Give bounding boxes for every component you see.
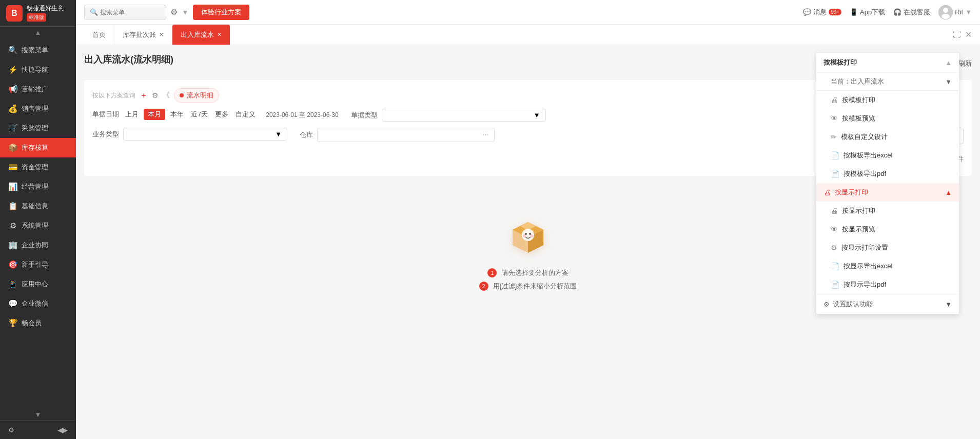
search-input[interactable] [100, 9, 161, 16]
dropdown-item-display-print-settings[interactable]: ⚙ 按显示打印设置 [816, 238, 959, 257]
tabs-right: ⛶ ✕ [953, 30, 972, 39]
tab-maximize-btn[interactable]: ⛶ [953, 30, 961, 39]
sidebar-nav: 🔍 搜索菜单 ⚡ 快捷导航 📢 营销推广 💰 销售管理 🛒 采购管理 📦 库存核… [0, 38, 76, 409]
dropdown-item-template-custom[interactable]: ✏ 模板自定义设计 [816, 128, 959, 146]
date-opt-current-year[interactable]: 本年 [168, 109, 186, 120]
sidebar-item-basic-info[interactable]: 📋 基础信息 [0, 196, 76, 216]
app-download-icon: 📱 [850, 8, 858, 16]
company-name: 畅捷通好生意 [27, 5, 64, 13]
dropdown-group2-title: 按显示打印 [835, 188, 868, 197]
sidebar-item-sales[interactable]: 💰 销售管理 [0, 99, 76, 118]
newbie-icon: 🎯 [8, 260, 17, 269]
dropdown-group2-header[interactable]: 🖨 按显示打印 ▲ [816, 183, 959, 202]
date-opt-more[interactable]: 更多 [213, 109, 230, 120]
sidebar-scroll-down[interactable]: ▼ [0, 409, 76, 421]
dropdown-item-template-preview[interactable]: 👁 按模板预览 [816, 109, 959, 128]
filter-warehouse-item: 仓库 ··· [300, 128, 495, 142]
sidebar-item-finance[interactable]: 💳 资金管理 [0, 157, 76, 177]
date-range-text: 2023-06-01 至 2023-06-30 [266, 111, 338, 119]
dropdown-item-template-print[interactable]: 🖨 按模板打印 [816, 91, 959, 109]
sidebar-item-operation[interactable]: 📊 经营管理 [0, 177, 76, 196]
svg-point-11 [530, 234, 533, 237]
topbar-search-icon: 🔍 [90, 8, 98, 16]
filter-business-type-item: 业务类型 ▼ [92, 128, 287, 141]
date-opt-last-month[interactable]: 上月 [123, 109, 141, 120]
topbar: 🔍 ⚙ ▼ 体验行业方案 💬 消息 99+ 📱 App下载 🎧 在线客服 [76, 0, 980, 25]
dropdown-item-display-preview[interactable]: 👁 按显示预览 [816, 220, 959, 238]
date-options: 上月 本月 本年 近7天 更多 自定义 [123, 109, 258, 120]
dp-item-label: 按模板导出excel [844, 151, 892, 160]
sidebar-item-label: 基础信息 [22, 202, 48, 211]
date-opt-current-month[interactable]: 本月 [144, 109, 165, 120]
user-avatar-area[interactable]: Rit ▼ [938, 5, 972, 19]
filter-collapse-button[interactable]: 《 [163, 91, 170, 100]
tab-inout-flow-close[interactable]: ✕ [217, 31, 222, 38]
sidebar-item-enterprise[interactable]: 🏢 企业协同 [0, 235, 76, 255]
sidebar-item-member[interactable]: 🏆 畅会员 [0, 313, 76, 333]
online-service-btn[interactable]: 🎧 在线客服 [893, 8, 930, 17]
settings-icon[interactable]: ⚙ [8, 426, 14, 434]
tab-inventory-batch[interactable]: 库存批次账 ✕ [114, 25, 172, 45]
message-btn[interactable]: 💬 消息 99+ [803, 8, 841, 17]
app-download-label: App下载 [860, 8, 885, 17]
dropdown-header: 按模板打印 ▲ [816, 53, 959, 73]
filter-tag-label: 流水明细 [187, 91, 213, 100]
filter-tag[interactable]: 流水明细 [174, 88, 219, 103]
app-download-btn[interactable]: 📱 App下载 [850, 8, 885, 17]
message-badge: 99+ [829, 9, 841, 15]
message-icon: 💬 [803, 8, 811, 16]
sidebar-item-label: 销售管理 [22, 104, 48, 113]
inventory-icon: 📦 [8, 143, 17, 152]
sidebar-item-label: 库存核算 [22, 143, 48, 152]
sidebar-bottom: ⚙ ◀▶ [0, 421, 76, 439]
tabs-bar: 首页 库存批次账 ✕ 出入库流水 ✕ ⛶ ✕ [76, 25, 980, 45]
topbar-settings-icon[interactable]: ⚙ [170, 7, 178, 17]
add-filter-button[interactable]: ＋ [140, 90, 148, 101]
svg-point-10 [523, 234, 526, 237]
user-dropdown-icon: ▼ [965, 8, 972, 16]
tab-close-all-btn[interactable]: ✕ [965, 30, 972, 39]
dropdown-item-display-excel[interactable]: 📄 按显示导出excel [816, 257, 959, 275]
tab-home[interactable]: 首页 [84, 25, 114, 45]
sidebar-item-search[interactable]: 🔍 搜索菜单 [0, 41, 76, 60]
date-opt-7days[interactable]: 近7天 [189, 109, 210, 120]
dropdown-item-template-excel[interactable]: 📄 按模板导出excel [816, 146, 959, 165]
search-icon: 🔍 [8, 46, 17, 55]
dropdown-item-template-pdf[interactable]: 📄 按模板导出pdf [816, 165, 959, 183]
empty-illustration [502, 207, 554, 258]
basic-info-icon: 📋 [8, 202, 17, 211]
app-center-icon: 📱 [8, 280, 17, 289]
operation-icon: 📊 [8, 182, 17, 191]
date-opt-custom[interactable]: 自定义 [233, 109, 258, 120]
filter-settings-button[interactable]: ⚙ [152, 91, 159, 99]
dropdown-scroll-up-icon[interactable]: ▲ [945, 59, 952, 67]
display-print-icon: 🖨 [831, 207, 838, 215]
system-icon: ⚙ [8, 221, 17, 230]
dropdown-item-display-pdf[interactable]: 📄 按显示导出pdf [816, 275, 959, 294]
topbar-dropdown-icon[interactable]: ▼ [182, 8, 189, 16]
topbar-search-box[interactable]: 🔍 [84, 5, 166, 20]
sidebar-item-system[interactable]: ⚙ 系统管理 [0, 216, 76, 235]
warehouse-select[interactable]: ··· [317, 128, 495, 142]
bill-type-select[interactable]: ▼ [382, 109, 546, 122]
sidebar-item-wechat[interactable]: 💬 企业微信 [0, 294, 76, 313]
sidebar-scroll-up[interactable]: ▲ [0, 27, 76, 38]
sidebar-item-newbie[interactable]: 🎯 新手引导 [0, 255, 76, 274]
dropdown-footer[interactable]: ⚙ 设置默认功能 ▼ [816, 294, 959, 314]
collapse-icon[interactable]: ◀▶ [57, 426, 68, 434]
trial-button[interactable]: 体验行业方案 [193, 5, 249, 20]
marketing-icon: 📢 [8, 85, 17, 94]
app-info: 畅捷通好生意 标准版 [27, 5, 64, 22]
sidebar-item-quick-nav[interactable]: ⚡ 快捷导航 [0, 60, 76, 79]
sidebar-item-app-center[interactable]: 📱 应用中心 [0, 274, 76, 294]
filter-tag-dot [180, 93, 184, 97]
logo-icon: B [6, 5, 23, 22]
dropdown-item-display-print[interactable]: 🖨 按显示打印 [816, 202, 959, 220]
sidebar-item-inventory[interactable]: 📦 库存核算 [0, 138, 76, 157]
sidebar-item-marketing[interactable]: 📢 营销推广 [0, 79, 76, 99]
sidebar-item-purchase[interactable]: 🛒 采购管理 [0, 118, 76, 138]
business-type-select[interactable]: ▼ [123, 128, 287, 141]
sidebar-item-label: 系统管理 [22, 221, 48, 230]
tab-inout-flow[interactable]: 出入库流水 ✕ [172, 25, 230, 45]
tab-inventory-batch-close[interactable]: ✕ [159, 31, 164, 38]
